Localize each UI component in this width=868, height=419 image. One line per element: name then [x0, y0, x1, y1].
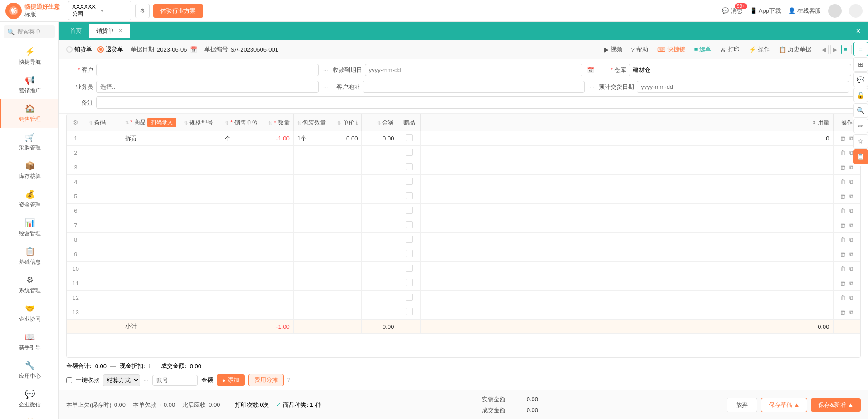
cell-gift[interactable]	[398, 131, 421, 146]
table-settings-icon[interactable]: ⚙	[73, 119, 78, 126]
calendar2-icon[interactable]: 📅	[587, 67, 594, 73]
radio-sales[interactable]: 销货单	[66, 45, 92, 53]
cell-spec[interactable]	[180, 218, 221, 233]
copy-icon[interactable]: ⧉	[849, 294, 853, 301]
price-info-icon[interactable]: ℹ	[356, 120, 358, 125]
sidebar-item-inventory[interactable]: 📦 库存核算	[0, 156, 58, 185]
sidebar-item-system[interactable]: ⚙ 系统管理	[0, 270, 58, 299]
copy-icon[interactable]: ⧉	[849, 207, 853, 214]
cell-gift[interactable]	[398, 160, 421, 175]
gift-checkbox[interactable]	[406, 308, 413, 315]
cell-gift[interactable]	[398, 218, 421, 233]
cell-gift[interactable]	[398, 305, 421, 320]
message-button[interactable]: 💬 消息 99+	[722, 7, 742, 15]
right-orange[interactable]: 📋	[853, 149, 868, 164]
customer-more-icon[interactable]: ···	[323, 67, 328, 73]
sidebar-item-purchase[interactable]: 🛒 采购管理	[0, 128, 58, 156]
cell-barcode[interactable]	[85, 131, 121, 146]
radio-return[interactable]: 退货单	[97, 45, 123, 53]
sidebar-item-wechat[interactable]: 💬 企业微信	[0, 385, 58, 413]
copy-icon[interactable]: ⧉	[849, 309, 853, 316]
next-icon[interactable]: ▶	[830, 45, 839, 54]
cell-barcode[interactable]	[85, 291, 121, 305]
address-more-icon[interactable]: ···	[589, 83, 594, 90]
sidebar-item-member[interactable]: 👑 畅会员	[0, 413, 58, 419]
action-operate[interactable]: ⚡ 操作	[746, 44, 772, 54]
company-selector[interactable]: XXXXXX公司 ▾	[68, 1, 131, 20]
note-input[interactable]	[96, 96, 861, 109]
tab-sales-order[interactable]: 销货单 ✕	[89, 24, 130, 38]
cell-barcode[interactable]	[85, 204, 121, 218]
save-new-button[interactable]: 保存&新增 ▲	[811, 398, 861, 412]
discard-button[interactable]: 放弃	[727, 398, 757, 412]
cell-gift[interactable]	[398, 291, 421, 305]
tab-home[interactable]: 首页	[63, 24, 89, 38]
close-tab-button[interactable]: ✕	[852, 28, 864, 34]
payment-due-input[interactable]	[365, 64, 583, 76]
expected-delivery-input[interactable]	[637, 81, 849, 93]
cell-spec[interactable]	[180, 305, 221, 320]
copy-icon[interactable]: ⧉	[849, 236, 853, 243]
action-video[interactable]: ▶ 视频	[601, 44, 625, 54]
total-due-info-icon[interactable]: ℹ	[159, 402, 161, 408]
cell-spec[interactable]	[180, 204, 221, 218]
account-input[interactable]	[152, 375, 198, 386]
cell-barcode[interactable]	[85, 305, 121, 320]
sidebar-item-marketing[interactable]: 📢 营销推广	[0, 71, 58, 99]
sidebar-search-area[interactable]: 🔍 搜索菜单	[0, 22, 58, 42]
gift-checkbox[interactable]	[406, 265, 413, 272]
cell-barcode[interactable]	[85, 262, 121, 276]
gift-checkbox[interactable]	[406, 207, 413, 214]
delete-icon[interactable]: 🗑	[840, 164, 846, 171]
copy-icon[interactable]: ⧉	[849, 193, 853, 200]
online-service-button[interactable]: 👤 在线客服	[788, 7, 821, 15]
delete-icon[interactable]: 🗑	[840, 309, 846, 316]
gift-checkbox[interactable]	[406, 149, 413, 156]
action-print[interactable]: 🖨 打印	[718, 44, 742, 54]
list-view-icon[interactable]: ≡	[841, 45, 849, 54]
payment-method-select[interactable]: 结算方式	[103, 374, 140, 386]
delete-icon[interactable]: 🗑	[840, 193, 846, 200]
avatar[interactable]	[828, 4, 842, 18]
delete-icon[interactable]: 🗑	[840, 265, 846, 272]
cell-spec[interactable]	[180, 175, 221, 189]
gift-checkbox[interactable]	[406, 192, 413, 199]
copy-icon[interactable]: ⧉	[849, 178, 853, 185]
cell-barcode[interactable]	[85, 175, 121, 189]
delete-icon[interactable]: 🗑	[840, 222, 846, 229]
right-star[interactable]: ☆	[853, 134, 868, 149]
gift-checkbox[interactable]	[406, 279, 413, 286]
cell-gift[interactable]	[398, 189, 421, 204]
avatar-extra[interactable]	[849, 4, 863, 18]
expense-split-button[interactable]: 费用分摊	[248, 374, 284, 386]
salesperson-input[interactable]	[96, 81, 319, 93]
right-lock[interactable]: 🔒	[853, 88, 868, 102]
tab-close-icon[interactable]: ✕	[118, 28, 123, 34]
delete-icon[interactable]: 🗑	[840, 280, 846, 287]
calendar-icon[interactable]: 📅	[190, 46, 197, 53]
search-menu-input[interactable]: 🔍 搜索菜单	[4, 25, 55, 38]
right-list-view[interactable]: ≡	[853, 42, 868, 56]
sidebar-item-base[interactable]: 📋 基础信息	[0, 242, 58, 270]
cell-barcode[interactable]	[85, 146, 121, 160]
prev-icon[interactable]: ◀	[820, 45, 829, 54]
cell-spec[interactable]	[180, 276, 221, 291]
cell-spec[interactable]	[180, 291, 221, 305]
sidebar-item-finance[interactable]: 💰 资金管理	[0, 185, 58, 213]
delete-icon[interactable]: 🗑	[840, 178, 846, 185]
delete-icon[interactable]: 🗑	[840, 294, 846, 301]
cell-barcode[interactable]	[85, 276, 121, 291]
sidebar-item-quicknav[interactable]: ⚡ 快捷导航	[0, 42, 58, 71]
app-download-button[interactable]: 📱 App下载	[750, 7, 781, 15]
cell-spec[interactable]	[180, 247, 221, 262]
settings-button[interactable]: ⚙	[135, 4, 150, 18]
delete-icon[interactable]: 🗑	[840, 135, 846, 142]
cell-spec[interactable]	[180, 146, 221, 160]
trial-button[interactable]: 体验行业方案	[153, 4, 203, 18]
action-shortcut[interactable]: ⌨ 快捷键	[655, 44, 688, 54]
cell-gift[interactable]	[398, 175, 421, 189]
sidebar-item-operations[interactable]: 📊 经营管理	[0, 213, 58, 242]
expense-info-icon[interactable]: ?	[287, 377, 291, 383]
copy-icon[interactable]: ⧉	[849, 251, 853, 258]
delete-icon[interactable]: 🗑	[840, 236, 846, 243]
